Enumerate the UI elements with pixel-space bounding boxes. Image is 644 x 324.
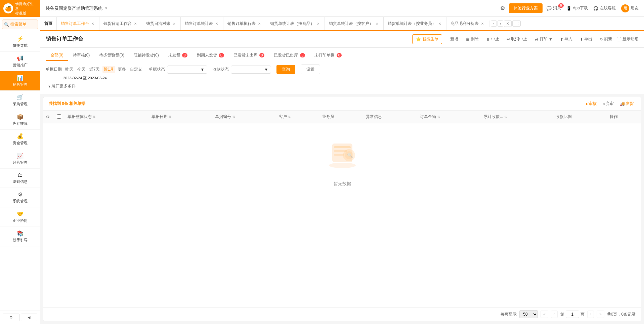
cash-daily-tab-close[interactable]: ✕ bbox=[133, 22, 138, 26]
tab-prev-button[interactable]: ‹ bbox=[491, 21, 497, 27]
first-page-button[interactable]: « bbox=[541, 311, 548, 318]
filter-tab-shipped-not-out[interactable]: 已发货未出库 0 bbox=[229, 50, 269, 61]
tab-next-button[interactable]: › bbox=[498, 21, 504, 27]
tab-sales-exec[interactable]: 销售订单执行表 ✕ bbox=[223, 17, 266, 30]
col-header-collected: 累计收款... ⇅ bbox=[481, 111, 553, 123]
cash-reconcile-tab-close[interactable]: ✕ bbox=[172, 22, 176, 26]
tab-sales-summary-customer[interactable]: 销货单统计表（按客户） ✕ bbox=[325, 17, 384, 30]
filter-tab-shipped-out[interactable]: 已发货已出库 0 bbox=[269, 50, 310, 61]
filter-tab-not-printed[interactable]: 未打印单据 0 bbox=[310, 50, 346, 61]
sort-status-icon[interactable]: ⇅ bbox=[93, 115, 95, 119]
refresh-icon: ↺ bbox=[600, 37, 603, 42]
filter-tab-not-shipped[interactable]: 未发货 0 bbox=[164, 50, 192, 61]
filter-tab-wangpu-ship[interactable]: 旺铺待发货(0) bbox=[129, 50, 164, 61]
expand-button[interactable]: ▾ 展开更多条件 bbox=[46, 82, 639, 90]
bulk-review-button[interactable]: ● 审核 bbox=[584, 100, 599, 108]
tab-sales-stats[interactable]: 销售订单统计表 ✕ bbox=[181, 17, 223, 30]
sort-collected-icon[interactable]: ⇅ bbox=[504, 115, 507, 119]
sales-exec-tab-close[interactable]: ✕ bbox=[257, 22, 262, 26]
smart-create-button[interactable]: ⭐ 智能生单 bbox=[412, 34, 442, 44]
sales-summary-product-tab-close[interactable]: ✕ bbox=[316, 22, 320, 26]
settings-button[interactable]: 设置 bbox=[301, 65, 320, 74]
payment-field: 收款状态 ▼ bbox=[213, 66, 271, 74]
refresh-button[interactable]: ↺ 刷新 bbox=[597, 35, 615, 43]
sales-workbench-tab-close[interactable]: ✕ bbox=[90, 22, 95, 26]
sales-stats-tab-close[interactable]: ✕ bbox=[214, 22, 219, 26]
tab-gross-profit[interactable]: 商品毛利分析表 ✕ bbox=[446, 17, 489, 30]
user-action[interactable]: 用 用友 bbox=[621, 4, 639, 12]
trial-button[interactable]: 体验行业方案 bbox=[509, 3, 543, 13]
sidebar-collapse-button[interactable]: ◀ bbox=[21, 314, 38, 321]
tab-sales-workbench[interactable]: 销售订单工作台 ✕ bbox=[57, 17, 99, 31]
bulk-unreview-button[interactable]: ○ 弃审 bbox=[601, 100, 616, 108]
sidebar-settings-button[interactable]: ⚙ bbox=[3, 314, 19, 321]
delete-button[interactable]: 🗑 删除 bbox=[463, 35, 481, 43]
filter-tab-pending-review[interactable]: 待审核(0) bbox=[68, 50, 95, 61]
tab-home[interactable]: 首页 bbox=[40, 17, 57, 30]
system-icon: ⚙ bbox=[18, 191, 23, 198]
sidebar-item-basic-info[interactable]: 🗂 基础信息 bbox=[0, 169, 40, 188]
sidebar-item-purchase[interactable]: 🛒 采购管理 bbox=[0, 91, 40, 110]
sort-number-icon[interactable]: ⇅ bbox=[232, 115, 235, 119]
date-option-yesterday[interactable]: 昨天 bbox=[64, 66, 75, 73]
col-header-operation: 操作 bbox=[607, 111, 641, 123]
query-button[interactable]: 查询 bbox=[276, 65, 295, 74]
filter-tab-all[interactable]: 全部(0) bbox=[46, 50, 68, 61]
suspend-button[interactable]: ⏸ 中止 bbox=[483, 35, 502, 43]
gross-profit-tab-close[interactable]: ✕ bbox=[480, 22, 485, 26]
payment-select[interactable]: ▼ bbox=[231, 66, 271, 74]
sidebar-item-sales[interactable]: 📊 销售管理 bbox=[0, 71, 40, 91]
online-support-action[interactable]: 🎧 在线客服 bbox=[593, 5, 616, 11]
export-button[interactable]: ⬇ 导出 bbox=[577, 35, 595, 43]
tab-close-all-button[interactable]: ✕ bbox=[504, 21, 512, 27]
tab-sales-summary-staff[interactable]: 销货单统计表（按业务员） ✕ bbox=[384, 17, 446, 30]
date-option-more[interactable]: 更多 bbox=[117, 66, 127, 73]
sidebar-item-operation[interactable]: 📈 经营管理 bbox=[0, 149, 40, 169]
date-option-7days[interactable]: 近7天 bbox=[88, 66, 101, 73]
sort-amount-icon[interactable]: ⇅ bbox=[437, 115, 440, 119]
sidebar-item-collab[interactable]: 🤝 企业协同 bbox=[0, 207, 40, 227]
sort-customer-icon[interactable]: ⇅ bbox=[288, 115, 291, 119]
sidebar-item-system[interactable]: ⚙ 系统管理 bbox=[0, 188, 40, 207]
select-all-checkbox[interactable] bbox=[57, 114, 61, 119]
tab-fullscreen-button[interactable]: ⛶ bbox=[512, 21, 521, 27]
add-button[interactable]: + 新增 bbox=[444, 35, 461, 43]
date-option-today[interactable]: 今天 bbox=[76, 66, 87, 73]
sort-date-icon[interactable]: ⇅ bbox=[169, 115, 171, 119]
tab-cash-daily[interactable]: 钱货日清工作台 ✕ bbox=[99, 17, 142, 30]
unreview-icon: ○ bbox=[603, 102, 605, 106]
last-page-button[interactable]: » bbox=[597, 311, 604, 318]
date-option-1month[interactable]: 近1月 bbox=[102, 66, 116, 73]
sales-summary-staff-tab-close[interactable]: ✕ bbox=[437, 22, 442, 26]
sidebar-item-quick-nav[interactable]: ⚡ 快捷导航 bbox=[0, 32, 40, 52]
next-page-button[interactable]: › bbox=[587, 311, 594, 318]
message-action[interactable]: 💬 消息 6 bbox=[547, 5, 561, 11]
print-button[interactable]: 🖨 打印 ▼ bbox=[532, 35, 555, 43]
tab-sales-summary-product[interactable]: 销货单统计表（按商品） ✕ bbox=[266, 17, 325, 30]
sidebar-item-finance[interactable]: 💰 资金管理 bbox=[0, 130, 40, 149]
status-select[interactable]: ▼ bbox=[167, 66, 207, 74]
app-download-action[interactable]: 📱 App下载 bbox=[566, 5, 588, 11]
star-icon: ⭐ bbox=[416, 37, 421, 42]
cancel-suspend-button[interactable]: ↩ 取消中止 bbox=[504, 35, 530, 43]
sidebar-item-guide[interactable]: 📚 新手引导 bbox=[0, 227, 40, 246]
tab-cash-reconcile[interactable]: 钱货日清对账 ✕ bbox=[142, 17, 181, 30]
import-button[interactable]: ⬆ 导入 bbox=[557, 35, 575, 43]
show-detail-input[interactable] bbox=[617, 37, 621, 41]
column-settings-icon[interactable]: ⚙ bbox=[46, 115, 50, 119]
bulk-ship-button[interactable]: 🚚 发货 bbox=[618, 100, 636, 108]
date-option-custom[interactable]: 自定义 bbox=[129, 66, 143, 73]
filter-tab-pending-inspect[interactable]: 待拣货验货(0) bbox=[94, 50, 129, 61]
sidebar-item-marketing[interactable]: 📢 营销推广 bbox=[0, 52, 40, 71]
topbar-settings-icon[interactable]: ⚙ bbox=[500, 5, 505, 11]
page-size-select[interactable]: 20 50 100 bbox=[519, 310, 538, 318]
page-number-input[interactable] bbox=[566, 311, 579, 318]
filter-tab-overdue-ship[interactable]: 到期未发货 0 bbox=[192, 50, 229, 61]
prev-page-button[interactable]: ‹ bbox=[551, 311, 558, 318]
search-menu-button[interactable]: 🔍 搜索菜单 bbox=[2, 19, 38, 29]
tabbar: 首页 销售订单工作台 ✕ 钱货日清工作台 ✕ 钱货日清对账 ✕ 销售订单统计表 … bbox=[40, 17, 644, 31]
shipped-not-out-badge: 0 bbox=[259, 53, 265, 57]
sales-summary-customer-tab-close[interactable]: ✕ bbox=[375, 22, 379, 26]
show-detail-checkbox[interactable]: 显示明细 bbox=[617, 36, 639, 42]
sidebar-item-inventory[interactable]: 📦 库存核算 bbox=[0, 110, 40, 130]
